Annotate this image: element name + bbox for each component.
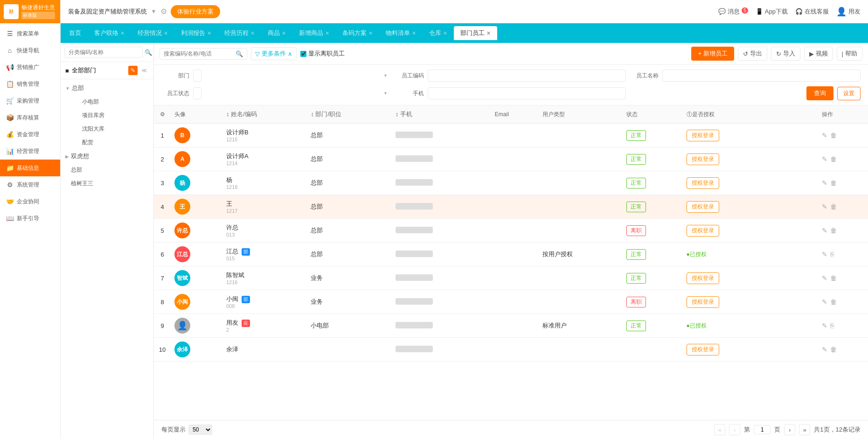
trial-btn[interactable]: 体验行业方案 xyxy=(171,5,220,18)
auth-login-btn[interactable]: 授权登录 xyxy=(687,130,719,141)
resigned-checkbox-input[interactable] xyxy=(300,51,306,57)
auth-login-btn[interactable]: 授权登录 xyxy=(687,177,719,189)
search-filter-icon[interactable]: 🔍 xyxy=(236,50,243,57)
prev-page-btn[interactable]: ‹ xyxy=(729,424,740,435)
emp-code-filter-input[interactable] xyxy=(428,70,626,82)
emp-status-filter-select[interactable] xyxy=(193,87,201,99)
first-page-btn[interactable]: « xyxy=(714,424,725,435)
delete-icon[interactable]: 🗑 xyxy=(830,132,837,139)
edit-icon[interactable]: ✎ xyxy=(822,155,827,163)
auth-login-btn[interactable]: 授权登录 xyxy=(687,225,719,237)
close-customer-tab-icon[interactable]: ✕ xyxy=(120,30,125,36)
close-goods-tab-icon[interactable]: ✕ xyxy=(282,30,286,36)
next-page-btn[interactable]: › xyxy=(784,424,795,435)
auth-login-btn[interactable]: 授权登录 xyxy=(687,201,719,213)
close-dept-tab-icon[interactable]: ✕ xyxy=(486,30,491,36)
query-btn[interactable]: 查询 xyxy=(806,86,833,100)
copy-icon[interactable]: ⎘ xyxy=(830,251,834,258)
tab-add-goods[interactable]: 新增商品 ✕ xyxy=(292,26,336,40)
edit-icon[interactable]: ✎ xyxy=(822,274,827,282)
message-icon-group[interactable]: 💬 消息 5 xyxy=(718,7,748,16)
sidebar-item-basic-info[interactable]: 📁 基础信息 xyxy=(0,160,60,176)
close-add-goods-tab-icon[interactable]: ✕ xyxy=(325,30,329,36)
edit-icon[interactable]: ✎ xyxy=(822,346,827,353)
delete-icon[interactable]: 🗑 xyxy=(830,155,837,163)
add-employee-btn[interactable]: + 新增员工 xyxy=(691,47,734,61)
view-btn[interactable]: ▶ 视频 xyxy=(804,47,833,61)
tab-barcode[interactable]: 条码方案 ✕ xyxy=(336,26,379,40)
help-btn[interactable]: | 帮助 xyxy=(837,47,862,61)
edit-icon[interactable]: ✎ xyxy=(822,298,827,306)
col-name-code[interactable]: ↕ 姓名/编码 xyxy=(222,105,307,124)
sidebar-item-marketing[interactable]: 📢 营销推广 xyxy=(0,59,60,76)
online-service-icon-group[interactable]: 🎧 在线客服 xyxy=(795,7,829,16)
edit-icon[interactable]: ✎ xyxy=(822,179,827,187)
delete-icon[interactable]: 🗑 xyxy=(830,274,837,282)
employee-search-input[interactable] xyxy=(164,50,234,57)
tree-item-zhishu[interactable]: 植树王三 xyxy=(61,177,153,190)
last-page-btn[interactable]: » xyxy=(799,424,810,435)
delete-icon[interactable]: 🗑 xyxy=(830,346,837,353)
set-btn[interactable]: 设置 xyxy=(837,87,861,100)
col-dept-position[interactable]: ↕ 部门/职位 xyxy=(307,105,391,124)
edit-icon[interactable]: ✎ xyxy=(822,203,827,210)
sidebar-item-quick-nav[interactable]: ⌂ 快捷导航 xyxy=(0,42,60,59)
per-page-select[interactable]: 50 100 200 xyxy=(188,425,212,435)
copy-icon[interactable]: ⎘ xyxy=(830,322,834,329)
tree-edit-icon[interactable]: ✎ xyxy=(128,66,138,75)
close-profit-tab-icon[interactable]: ✕ xyxy=(207,30,211,36)
tree-collapse-icon[interactable]: ≪ xyxy=(139,66,149,75)
sidebar-item-operation[interactable]: 📊 经营管理 xyxy=(0,143,60,160)
page-number-input[interactable] xyxy=(754,425,771,434)
tab-home[interactable]: 首页 xyxy=(62,26,88,40)
tree-item-zongbu[interactable]: 总部 xyxy=(61,163,153,177)
import-btn[interactable]: ↻ 导入 xyxy=(771,47,800,61)
tab-operation-status[interactable]: 经营情况 ✕ xyxy=(131,26,174,40)
tree-item-xiaodian[interactable]: 小电部 xyxy=(66,95,153,109)
delete-icon[interactable]: 🗑 xyxy=(830,227,837,234)
tree-item-project[interactable]: 项目库房 xyxy=(66,109,153,122)
dept-search-icon[interactable]: 🔍 xyxy=(145,49,152,56)
close-operation-tab-icon[interactable]: ✕ xyxy=(164,30,168,36)
tree-group-title-shuanghu[interactable]: ▶ 双虎想 xyxy=(61,149,153,163)
sidebar-item-system[interactable]: ⚙ 系统管理 xyxy=(0,176,60,193)
sidebar-item-finance[interactable]: 💰 资金管理 xyxy=(0,126,60,143)
sidebar-item-enterprise[interactable]: 🤝 企业协同 xyxy=(0,193,60,210)
tab-warehouse[interactable]: 仓库 ✕ xyxy=(423,26,454,40)
emp-name-filter-input[interactable] xyxy=(662,70,861,82)
close-history-tab-icon[interactable]: ✕ xyxy=(250,30,255,36)
dept-filter-select[interactable] xyxy=(193,70,201,82)
app-download-icon-group[interactable]: 📱 App下载 xyxy=(756,7,788,16)
sidebar-item-purchase[interactable]: 🛒 采购管理 xyxy=(0,92,60,109)
auth-login-btn[interactable]: 授权登录 xyxy=(687,344,719,355)
edit-icon[interactable]: ✎ xyxy=(822,251,827,258)
tree-item-delivery[interactable]: 配货 xyxy=(66,136,153,149)
tree-item-shenyang[interactable]: 沈阳大库 xyxy=(66,122,153,136)
edit-icon[interactable]: ✎ xyxy=(822,132,827,139)
auth-login-btn[interactable]: 授权登录 xyxy=(687,153,719,165)
export-btn[interactable]: ↺ 导出 xyxy=(738,47,767,61)
sidebar-item-sales[interactable]: 📋 销售管理 xyxy=(0,76,60,92)
edit-icon[interactable]: ✎ xyxy=(822,322,827,329)
col-phone[interactable]: ↕ 手机 xyxy=(392,105,491,124)
sidebar-item-guide[interactable]: 📖 新手引导 xyxy=(0,210,60,227)
tab-dept-employee[interactable]: 部门员工 ✕ xyxy=(454,26,497,40)
more-conditions-btn[interactable]: ▽ 更多条件 ∧ xyxy=(251,47,297,60)
close-material-tab-icon[interactable]: ✕ xyxy=(412,30,416,36)
delete-icon[interactable]: 🗑 xyxy=(830,298,837,306)
tab-profit-report[interactable]: 利润报告 ✕ xyxy=(174,26,218,40)
col-settings[interactable]: ⚙ xyxy=(154,105,171,124)
sidebar-item-search-menu[interactable]: ☰ 搜索菜单 xyxy=(0,25,60,42)
user-avatar-group[interactable]: 👤 用友 xyxy=(836,7,861,17)
tab-material[interactable]: 物料清单 ✕ xyxy=(379,26,423,40)
tab-customer[interactable]: 客户联络 ✕ xyxy=(88,26,131,40)
sidebar-item-inventory[interactable]: 📦 库存核算 xyxy=(0,109,60,126)
close-warehouse-tab-icon[interactable]: ✕ xyxy=(443,30,447,36)
delete-icon[interactable]: 🗑 xyxy=(830,179,837,187)
delete-icon[interactable]: 🗑 xyxy=(830,203,837,210)
phone-filter-input[interactable] xyxy=(428,87,626,99)
edit-icon[interactable]: ✎ xyxy=(822,227,827,234)
dropdown-arrow-icon[interactable]: ▼ xyxy=(151,8,157,15)
auth-login-btn[interactable]: 授权登录 xyxy=(687,296,719,308)
dept-search-input[interactable] xyxy=(64,47,143,58)
